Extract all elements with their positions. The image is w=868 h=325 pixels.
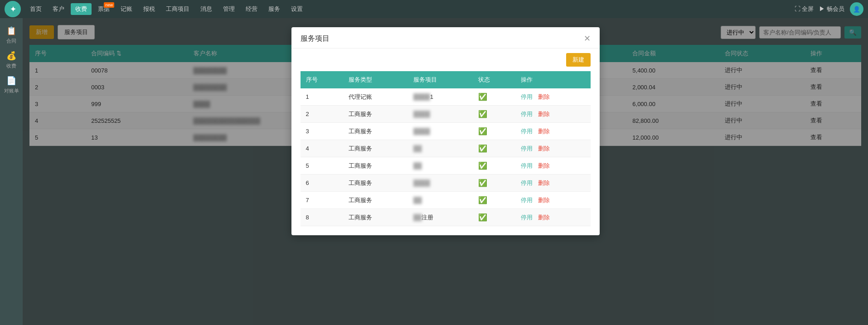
modal-cell-item: ██ — [408, 192, 473, 209]
modal-new-button[interactable]: 新建 — [566, 53, 591, 67]
modal-cell-seq: 1 — [301, 88, 343, 106]
modal-table-row: 5 工商服务 ██ ✅ 停用 删除 — [301, 157, 591, 175]
modal-header: 服务项目 ✕ — [291, 27, 600, 49]
modal-cell-item: ████ — [408, 123, 473, 140]
delete-button[interactable]: 删除 — [538, 93, 550, 100]
modal-title: 服务项目 — [301, 34, 330, 44]
delete-button[interactable]: 删除 — [538, 179, 550, 186]
contract-icon: 📋 — [6, 26, 16, 36]
stop-button[interactable]: 停用 — [521, 111, 533, 117]
fullscreen-button[interactable]: ⛶ 全屏 — [795, 5, 814, 13]
delete-button[interactable]: 删除 — [538, 197, 550, 204]
delete-button[interactable]: 删除 — [538, 145, 550, 152]
service-modal: 服务项目 ✕ 新建 序号 服务类型 服务项目 状态 操作 — [291, 27, 600, 235]
nav-shoufei[interactable]: 收费 — [71, 3, 92, 15]
modal-cell-action: 停用 删除 — [515, 209, 590, 226]
modal-cell-status: ✅ — [473, 88, 515, 106]
modal-cell-seq: 8 — [301, 209, 343, 226]
delete-button[interactable]: 删除 — [538, 162, 550, 169]
modal-cell-seq: 7 — [301, 192, 343, 209]
left-sidebar: 📋 合同 💰 收费 📄 对账单 — [0, 18, 23, 325]
modal-cell-action: 停用 删除 — [515, 88, 590, 106]
modal-cell-seq: 2 — [301, 106, 343, 123]
modal-cell-item: ██ — [408, 157, 473, 175]
modal-col-seq: 序号 — [301, 71, 343, 88]
modal-table-row: 3 工商服务 ████ ✅ 停用 删除 — [301, 123, 591, 140]
modal-cell-item: ████ — [408, 175, 473, 192]
service-table: 序号 服务类型 服务项目 状态 操作 1 代理记账 ████1 ✅ — [301, 71, 591, 226]
modal-cell-seq: 5 — [301, 157, 343, 175]
modal-cell-status: ✅ — [473, 209, 515, 226]
nav-fuwu[interactable]: 服务 — [264, 3, 285, 15]
stop-button[interactable]: 停用 — [521, 179, 533, 186]
sidebar-label-duizhangdan: 对账单 — [4, 87, 19, 94]
fee-icon: 💰 — [6, 51, 16, 61]
modal-cell-type: 代理记账 — [343, 88, 408, 106]
modal-cell-item: ██注册 — [408, 209, 473, 226]
stop-button[interactable]: 停用 — [521, 197, 533, 204]
nav-shezhi[interactable]: 设置 — [286, 3, 307, 15]
member-button[interactable]: ▶ 畅会员 — [819, 5, 844, 13]
nav-jingying[interactable]: 经营 — [241, 3, 262, 15]
stop-button[interactable]: 停用 — [521, 93, 533, 100]
modal-cell-action: 停用 删除 — [515, 140, 590, 157]
modal-overlay: 服务项目 ✕ 新建 序号 服务类型 服务项目 状态 操作 — [23, 18, 868, 325]
modal-col-type: 服务类型 — [343, 71, 408, 88]
modal-cell-type: 工商服务 — [343, 192, 408, 209]
modal-table-row: 8 工商服务 ██注册 ✅ 停用 删除 — [301, 209, 591, 226]
modal-cell-item: ████1 — [408, 88, 473, 106]
modal-cell-action: 停用 删除 — [515, 123, 590, 140]
nav-piaoju[interactable]: 票据new — [93, 3, 114, 15]
modal-col-item: 服务项目 — [408, 71, 473, 88]
modal-cell-type: 工商服务 — [343, 175, 408, 192]
modal-table-row: 2 工商服务 ████ ✅ 停用 删除 — [301, 106, 591, 123]
modal-cell-type: 工商服务 — [343, 209, 408, 226]
modal-cell-action: 停用 删除 — [515, 192, 590, 209]
nav-jizhang[interactable]: 记账 — [116, 3, 137, 15]
modal-cell-type: 工商服务 — [343, 106, 408, 123]
stop-button[interactable]: 停用 — [521, 145, 533, 152]
modal-cell-status: ✅ — [473, 123, 515, 140]
sidebar-item-duizhangdan[interactable]: 📄 对账单 — [0, 73, 23, 97]
nav-right: ⛶ 全屏 ▶ 畅会员 👤 — [795, 2, 863, 16]
modal-cell-seq: 3 — [301, 123, 343, 140]
modal-cell-status: ✅ — [473, 157, 515, 175]
delete-button[interactable]: 删除 — [538, 214, 550, 221]
top-nav: ✦ 首页 客户 收费 票据new 记账 报税 工商项目 消息 管理 经营 服务 … — [0, 0, 868, 18]
sidebar-item-hetong[interactable]: 📋 合同 — [0, 23, 23, 48]
modal-cell-action: 停用 删除 — [515, 175, 590, 192]
nav-home[interactable]: 首页 — [25, 3, 46, 15]
nav-guanli[interactable]: 管理 — [218, 3, 239, 15]
nav-items: 首页 客户 收费 票据new 记账 报税 工商项目 消息 管理 经营 服务 设置 — [25, 3, 795, 15]
modal-cell-action: 停用 删除 — [515, 157, 590, 175]
modal-table-row: 6 工商服务 ████ ✅ 停用 删除 — [301, 175, 591, 192]
modal-cell-seq: 6 — [301, 175, 343, 192]
modal-body: 序号 服务类型 服务项目 状态 操作 1 代理记账 ████1 ✅ — [291, 71, 600, 235]
delete-button[interactable]: 删除 — [538, 111, 550, 117]
nav-xiaoxi[interactable]: 消息 — [196, 3, 217, 15]
avatar[interactable]: 👤 — [850, 2, 863, 16]
modal-cell-status: ✅ — [473, 106, 515, 123]
stop-button[interactable]: 停用 — [521, 214, 533, 221]
modal-cell-item: ██ — [408, 140, 473, 157]
modal-close-button[interactable]: ✕ — [584, 34, 591, 44]
sidebar-item-shoufei[interactable]: 💰 收费 — [0, 48, 23, 73]
modal-cell-type: 工商服务 — [343, 123, 408, 140]
modal-cell-type: 工商服务 — [343, 140, 408, 157]
nav-customer[interactable]: 客户 — [48, 3, 69, 15]
modal-cell-seq: 4 — [301, 140, 343, 157]
modal-cell-status: ✅ — [473, 175, 515, 192]
modal-cell-type: 工商服务 — [343, 157, 408, 175]
new-badge: new — [104, 2, 114, 8]
stop-button[interactable]: 停用 — [521, 162, 533, 169]
modal-cell-status: ✅ — [473, 140, 515, 157]
modal-table-scroll: 序号 服务类型 服务项目 状态 操作 1 代理记账 ████1 ✅ — [301, 71, 591, 226]
modal-cell-item: ████ — [408, 106, 473, 123]
modal-table-row: 1 代理记账 ████1 ✅ 停用 删除 — [301, 88, 591, 106]
stop-button[interactable]: 停用 — [521, 128, 533, 135]
nav-gongshang[interactable]: 工商项目 — [161, 3, 194, 15]
modal-cell-action: 停用 删除 — [515, 106, 590, 123]
delete-button[interactable]: 删除 — [538, 128, 550, 135]
nav-baoshui[interactable]: 报税 — [139, 3, 160, 15]
sidebar-label-hetong: 合同 — [6, 38, 16, 44]
